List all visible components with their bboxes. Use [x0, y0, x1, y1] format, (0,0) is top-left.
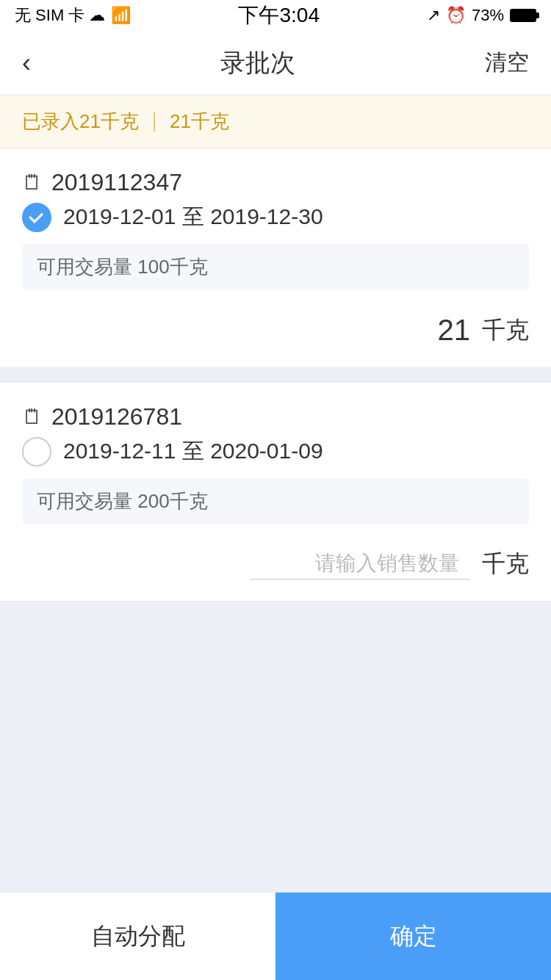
page-title: 录批次	[220, 46, 295, 80]
batch-1-qty-unit: 千克	[482, 314, 529, 347]
batch-1-date: 2019-12-01 至 2019-12-30	[63, 202, 323, 232]
section-separator-1	[0, 368, 551, 383]
auto-distribute-button[interactable]: 自动分配	[0, 893, 276, 980]
wifi-icon: 📶	[111, 6, 131, 25]
content-wrapper: 已录入21千克 21千克 🗒 2019112347 2019-12-01 至 2…	[0, 96, 551, 980]
section-separator-2	[0, 602, 551, 616]
battery-icon	[510, 9, 536, 22]
batch-item-2: 🗒 2019126781 2019-12-11 至 2020-01-09 可用交…	[0, 383, 551, 602]
batch-1-date-row[interactable]: 2019-12-01 至 2019-12-30	[0, 202, 551, 244]
status-left: 无 SIM 卡 ☁ 📶	[15, 4, 131, 26]
batch-1-header: 🗒 2019112347	[0, 148, 551, 202]
batch-2-date: 2019-12-11 至 2020-01-09	[63, 436, 323, 466]
batch-1-number: 2019112347	[51, 169, 182, 196]
batch-1-available: 可用交易量 100千克	[22, 244, 529, 290]
batch-2-icon: 🗒	[22, 405, 43, 429]
confirm-button[interactable]: 确定	[276, 893, 551, 980]
batch-2-number: 2019126781	[51, 403, 182, 430]
summary-bar: 已录入21千克 21千克	[0, 96, 551, 148]
total-summary: 21千克	[170, 109, 229, 134]
clear-button[interactable]: 清空	[485, 48, 529, 78]
status-bar: 无 SIM 卡 ☁ 📶 下午3:04 ↗ ⏰ 73%	[0, 0, 551, 31]
location-icon: ↗	[427, 6, 440, 25]
alarm-icon: ⏰	[446, 6, 466, 25]
sim-label: 无 SIM 卡 ☁	[15, 4, 105, 26]
battery-label: 73%	[472, 6, 504, 25]
nav-bar: ‹ 录批次 清空	[0, 31, 551, 96]
batch-item-1: 🗒 2019112347 2019-12-01 至 2019-12-30 可用交…	[0, 148, 551, 368]
batch-1-qty-row: 21 千克	[0, 302, 551, 368]
batch-2-qty-unit: 千克	[482, 548, 529, 580]
batch-2-available: 可用交易量 200千克	[22, 478, 529, 525]
status-right: ↗ ⏰ 73%	[427, 6, 536, 25]
batch-2-date-row[interactable]: 2019-12-11 至 2020-01-09	[0, 436, 551, 478]
recorded-summary: 已录入21千克	[22, 109, 139, 134]
bottom-buttons: 自动分配 确定	[0, 892, 551, 980]
empty-area	[0, 616, 551, 932]
summary-divider	[154, 112, 155, 131]
batch-1-qty-value: 21	[438, 314, 471, 347]
batch-1-icon: 🗒	[22, 170, 43, 195]
batch-2-qty-row[interactable]: 千克	[0, 536, 551, 602]
batch-1-radio[interactable]	[22, 203, 51, 232]
batch-2-qty-input[interactable]	[250, 549, 470, 580]
status-time: 下午3:04	[238, 1, 320, 29]
batch-2-radio[interactable]	[22, 437, 51, 466]
batch-2-header: 🗒 2019126781	[0, 383, 551, 436]
back-button[interactable]: ‹	[22, 48, 31, 79]
